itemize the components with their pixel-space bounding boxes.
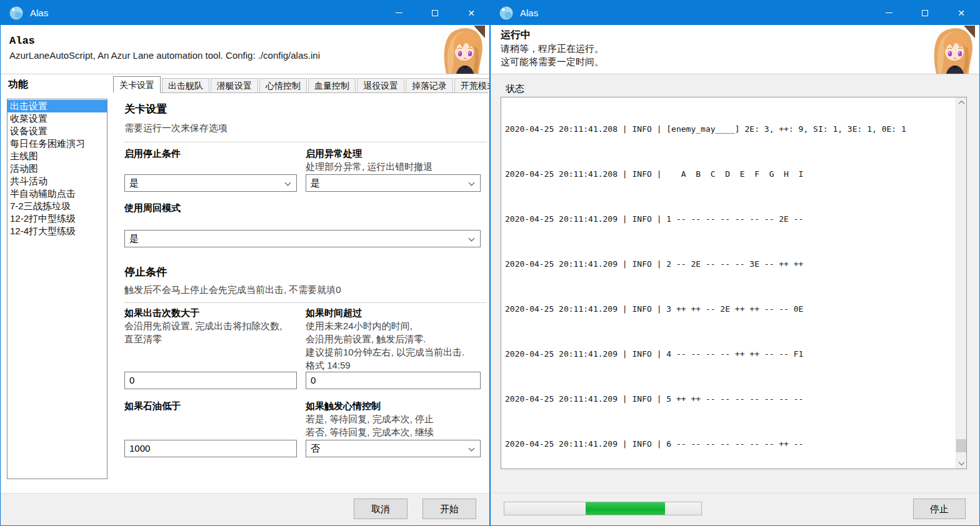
exception-select[interactable]: 是 — [306, 174, 481, 192]
oil-label: 如果石油低于 — [124, 400, 297, 412]
tab[interactable]: 关卡设置 — [113, 76, 161, 93]
sidebar-item[interactable]: 半自动辅助点击 — [8, 187, 107, 200]
titlebar: Alas ✕ — [491, 1, 979, 25]
oil-input[interactable]: 1000 — [124, 440, 297, 457]
maximize-icon — [922, 10, 928, 16]
chevron-down-icon — [959, 459, 965, 465]
running-line1: 请稍等，程序正在运行。 — [501, 43, 604, 55]
exception-desc: 处理部分异常, 运行出错时撤退 — [306, 160, 481, 173]
section-heading: 关卡设置 — [124, 102, 167, 116]
close-button[interactable]: ✕ — [943, 1, 979, 25]
chevron-up-icon — [959, 101, 965, 107]
scroll-down-button[interactable] — [956, 458, 967, 469]
sidebar-item[interactable]: 12-2打中型练级 — [8, 212, 107, 225]
footer-bar: 取消 开始 — [1, 493, 489, 525]
cancel-button[interactable]: 取消 — [354, 499, 408, 519]
avatar — [931, 26, 975, 74]
log-line: 2020-04-25 20:11:41.209 | INFO | 1 -- --… — [505, 214, 966, 225]
log-line: 2020-04-25 20:11:41.209 | INFO | 3 ++ ++… — [505, 304, 966, 315]
window-running: Alas ✕ 运行中 请稍等，程序正在运行。 这可能将需要一定时间。 — [490, 0, 980, 526]
tab[interactable]: 潜艇设置 — [211, 78, 258, 92]
loop-mode-label: 使用周回模式 — [124, 202, 181, 214]
log-line: 2020-04-25 20:11:41.208 | INFO | [enemy_… — [505, 124, 966, 135]
count-label: 如果出击次数大于 — [124, 307, 297, 319]
tab[interactable]: 开荒模式 — [454, 78, 490, 92]
count-desc: 会沿用先前设置, 完成出击将扣除次数,直至清零 — [124, 319, 312, 345]
log-line: 2020-04-25 20:11:41.209 | INFO | 2 -- 2E… — [505, 259, 966, 270]
minimize-button[interactable] — [381, 1, 417, 25]
tab[interactable]: 掉落记录 — [406, 78, 453, 92]
time-label: 如果时间超过 — [306, 307, 481, 319]
close-icon: ✕ — [958, 8, 965, 18]
sidebar-item[interactable]: 出击设置 — [8, 100, 107, 112]
close-icon: ✕ — [468, 8, 475, 18]
sidebar-item[interactable]: 活动图 — [8, 162, 107, 175]
loop-mode-value: 是 — [129, 233, 139, 244]
stop-condition-heading: 停止条件 — [124, 265, 167, 279]
stop-condition-desc: 触发后不会马上停止会先完成当前出击, 不需要就填0 — [124, 283, 341, 296]
count-input[interactable]: 0 — [124, 372, 297, 389]
emotion-label: 如果触发心情控制 — [306, 400, 481, 412]
tab[interactable]: 血量控制 — [308, 78, 356, 92]
sidebar-item[interactable]: 收菜设置 — [8, 112, 107, 125]
start-button[interactable]: 开始 — [422, 499, 476, 519]
minimize-button[interactable] — [871, 1, 907, 25]
emotion-desc: 若是, 等待回复, 完成本次, 停止若否, 等待回复, 完成本次, 继续 — [306, 412, 490, 439]
divider — [124, 302, 487, 303]
close-button[interactable]: ✕ — [453, 1, 489, 25]
loop-mode-select[interactable]: 是 — [124, 230, 481, 247]
window-title: Alas — [30, 7, 48, 18]
emotion-select[interactable]: 否 — [306, 440, 481, 457]
count-value: 0 — [129, 375, 134, 385]
section-desc: 需要运行一次来保存选项 — [124, 121, 228, 134]
sidebar-item[interactable]: 每日任务困难演习 — [8, 137, 107, 150]
sidebar-item[interactable]: 共斗活动 — [8, 175, 107, 187]
emotion-value: 否 — [311, 443, 320, 454]
sidebar-item[interactable]: 12-4打大型练级 — [8, 225, 107, 237]
maximize-icon — [432, 10, 438, 16]
chevron-down-icon — [469, 236, 475, 242]
chevron-down-icon — [285, 180, 291, 186]
sidebar-item[interactable]: 设备设置 — [8, 125, 107, 137]
app-header: Alas AzurLaneAutoScript, An Azur Lane au… — [1, 25, 489, 74]
chevron-down-icon — [469, 445, 475, 452]
time-input[interactable]: 0 — [306, 372, 481, 389]
sidebar-item[interactable]: 主线图 — [8, 150, 107, 162]
log-line: 2020-04-25 20:11:41.209 | INFO | 5 ++ ++… — [505, 394, 966, 405]
footer-bar: 停止 — [491, 493, 979, 525]
scrollbar-thumb[interactable] — [956, 439, 967, 452]
tab[interactable]: 出击舰队 — [162, 78, 209, 92]
scroll-up-button[interactable] — [956, 97, 967, 108]
app-title: Alas — [9, 35, 35, 47]
tab-panel-stage-settings: 关卡设置 需要运行一次来保存选项 启用停止条件 启用异常处理 处理部分异常, 运… — [113, 93, 490, 494]
sidebar-item[interactable]: 7-2三战拣垃圾 — [8, 200, 107, 212]
tab[interactable]: 心情控制 — [259, 78, 307, 92]
progress-bar — [504, 502, 702, 515]
status-label: 状态 — [506, 83, 524, 95]
maximize-button[interactable] — [907, 1, 943, 25]
avatar — [441, 26, 485, 74]
stop-button[interactable]: 停止 — [913, 499, 966, 519]
log-line: 2020-04-25 20:11:41.209 | INFO | 6 -- --… — [505, 439, 966, 450]
status-area: 状态 2020-04-25 20:11:41.208 | INFO | [ene… — [491, 74, 979, 493]
window-settings: Alas ✕ Alas AzurLaneAutoScript, An Azur … — [0, 0, 490, 526]
enable-stop-select[interactable]: 是 — [124, 174, 297, 192]
oil-value: 1000 — [129, 443, 150, 454]
exception-label: 启用异常处理 — [306, 148, 481, 160]
running-line2: 这可能将需要一定时间。 — [501, 56, 604, 68]
time-desc: 使用未来24小时内的时间,会沿用先前设置, 触发后清零.建议提前10分钟左右, … — [306, 319, 490, 372]
app-header: 运行中 请稍等，程序正在运行。 这可能将需要一定时间。 — [491, 25, 979, 74]
minimize-icon — [396, 12, 402, 13]
running-title: 运行中 — [501, 29, 531, 42]
maximize-button[interactable] — [417, 1, 453, 25]
enable-stop-value: 是 — [129, 177, 139, 188]
sidebar-heading: 功能 — [8, 78, 28, 91]
alas-logo-icon — [499, 6, 514, 21]
log-viewport[interactable]: 2020-04-25 20:11:41.208 | INFO | [enemy_… — [501, 97, 967, 469]
alas-logo-icon — [9, 6, 24, 21]
progress-bar-fill — [586, 502, 665, 515]
tab[interactable]: 退役设置 — [357, 78, 404, 92]
log-content: 2020-04-25 20:11:41.208 | INFO | [enemy_… — [501, 97, 966, 469]
log-scrollbar[interactable] — [956, 97, 966, 469]
exception-value: 是 — [311, 177, 320, 188]
